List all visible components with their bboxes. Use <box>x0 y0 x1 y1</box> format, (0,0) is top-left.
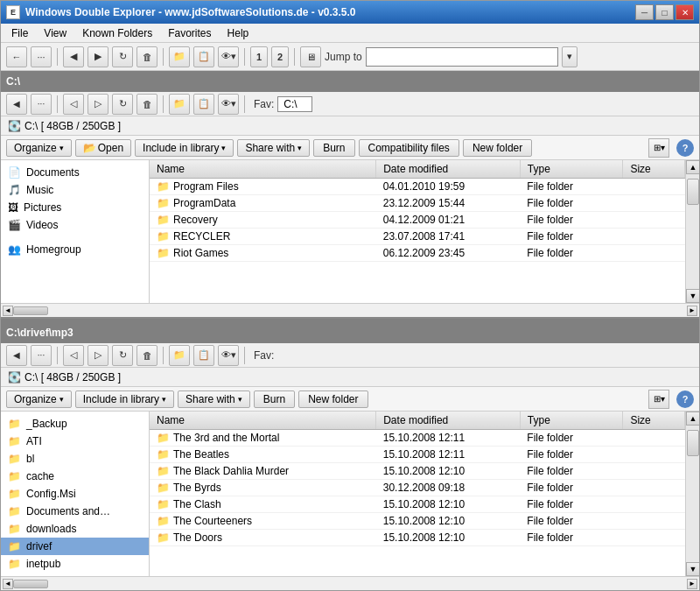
p2-new-folder-btn[interactable]: New folder <box>298 390 368 408</box>
p2-organize-btn[interactable]: Organize ▾ <box>6 390 72 408</box>
p2-fwd[interactable]: ▷ <box>88 345 108 366</box>
p2-scroll-thumb[interactable] <box>687 430 699 456</box>
delete-button[interactable]: 🗑 <box>136 46 158 67</box>
menu-favorites[interactable]: Favorites <box>161 25 218 41</box>
p2-hscroll-thumb[interactable] <box>13 580 48 588</box>
p1-copy[interactable]: 📋 <box>193 94 214 115</box>
p1-col-type[interactable]: Type <box>520 160 623 179</box>
table-row[interactable]: 📁Riot Games 06.12.2009 23:45 File folder <box>150 245 685 262</box>
menu-known-folders[interactable]: Known Folders <box>75 25 159 41</box>
scroll-thumb[interactable] <box>687 179 699 205</box>
table-row[interactable]: 📁The Black Dahlia Murder 15.10.2008 12:1… <box>150 463 685 480</box>
p2-scroll-down[interactable]: ▼ <box>686 562 699 576</box>
p2-hscroll-left[interactable]: ◄ <box>3 579 13 589</box>
p2-copy[interactable]: 📋 <box>193 345 214 366</box>
dots-button[interactable]: ··· <box>31 46 52 67</box>
p2-include-library-btn[interactable]: Include in library ▾ <box>75 390 174 408</box>
panel2-button[interactable]: 2 <box>271 46 289 67</box>
refresh-button[interactable]: ↻ <box>112 46 133 67</box>
back-button[interactable]: ← <box>6 46 27 67</box>
table-row[interactable]: 📁ProgramData 23.12.2009 15:44 File folde… <box>150 195 685 212</box>
list-item[interactable]: 🎬 Videos <box>1 216 149 234</box>
menu-file[interactable]: File <box>4 25 35 41</box>
p2-dots[interactable]: ··· <box>31 345 52 366</box>
list-item[interactable]: 📁 cache <box>1 468 149 485</box>
p1-share-btn[interactable]: Share with ▾ <box>237 139 310 157</box>
nav-back-button[interactable]: ◀ <box>63 46 84 67</box>
p2-scroll-up[interactable]: ▲ <box>686 412 699 426</box>
p2-help-btn[interactable]: ? <box>676 390 694 408</box>
table-row[interactable]: 📁Program Files 04.01.2010 19:59 File fol… <box>150 179 685 195</box>
close-button[interactable]: ✕ <box>676 4 694 20</box>
p1-delete[interactable]: 🗑 <box>136 94 158 115</box>
table-row[interactable]: 📁Recovery 04.12.2009 01:21 File folder <box>150 212 685 229</box>
p1-view[interactable]: 👁▾ <box>218 94 239 115</box>
table-row[interactable]: 📁The Doors 15.10.2008 12:10 File folder <box>150 530 685 546</box>
minimize-button[interactable]: ─ <box>635 4 654 20</box>
p2-col-date[interactable]: Date modified <box>376 412 521 430</box>
menu-view[interactable]: View <box>37 25 74 41</box>
p1-organize-btn[interactable]: Organize ▾ <box>6 139 72 157</box>
p2-view-toggle[interactable]: ⊞▾ <box>648 390 669 409</box>
p2-view[interactable]: 👁▾ <box>218 345 239 366</box>
jump-input[interactable] <box>366 47 558 67</box>
p1-nav-back[interactable]: ◀ <box>6 94 27 115</box>
p2-folder[interactable]: 📁 <box>169 345 190 366</box>
nav-forward-button[interactable]: ▶ <box>88 46 108 67</box>
p2-col-size[interactable]: Size <box>623 412 685 430</box>
list-item[interactable]: 📁 _Backup <box>1 415 149 433</box>
scroll-up-arrow[interactable]: ▲ <box>686 160 699 174</box>
table-row[interactable]: 📁The Courteeners 15.10.2008 12:10 File f… <box>150 513 685 530</box>
p1-burn-btn[interactable]: Burn <box>313 139 354 157</box>
table-row[interactable]: 📁RECYCLER 23.07.2008 17:41 File folder <box>150 229 685 245</box>
list-item[interactable]: 🎵 Music <box>1 181 149 199</box>
list-item[interactable]: 📁 Config.Msi <box>1 485 149 503</box>
list-item[interactable]: 📁 downloads <box>1 520 149 538</box>
list-item[interactable]: 📄 Documents <box>1 164 149 181</box>
p2-share-btn[interactable]: Share with ▾ <box>178 390 250 408</box>
p1-fav-box[interactable]: C:\ <box>277 96 312 112</box>
list-item[interactable]: 📁 Documents and… <box>1 503 149 520</box>
p1-dots[interactable]: ··· <box>31 94 52 115</box>
p1-open-btn[interactable]: 📂 Open <box>75 139 131 157</box>
p2-col-name[interactable]: Name <box>150 412 376 430</box>
p2-back[interactable]: ◁ <box>63 345 84 366</box>
list-item[interactable]: 👥 Homegroup <box>1 241 149 258</box>
table-row[interactable]: 📁The Clash 15.10.2008 12:10 File folder <box>150 496 685 513</box>
p2-refresh[interactable]: ↻ <box>112 345 133 366</box>
p1-refresh[interactable]: ↻ <box>112 94 133 115</box>
p1-fwd[interactable]: ▷ <box>88 94 108 115</box>
p1-compatibility-btn[interactable]: Compatibility files <box>359 139 459 157</box>
p2-delete[interactable]: 🗑 <box>136 345 158 366</box>
p1-include-library-btn[interactable]: Include in library ▾ <box>135 139 234 157</box>
panel2-scrollbar[interactable]: ▲ ▼ <box>685 412 699 576</box>
p1-col-size[interactable]: Size <box>623 160 685 179</box>
table-row[interactable]: 📁The 3rd and the Mortal 15.10.2008 12:11… <box>150 430 685 447</box>
list-item[interactable]: 📁 ATI <box>1 433 149 450</box>
p1-help-btn[interactable]: ? <box>676 139 694 157</box>
table-row[interactable]: 📁The Byrds 30.12.2008 09:18 File folder <box>150 480 685 496</box>
folder-button[interactable]: 📁 <box>169 46 190 67</box>
list-item[interactable]: 🖼 Pictures <box>1 199 149 216</box>
p2-col-type[interactable]: Type <box>520 412 623 430</box>
list-item[interactable]: 📁 inetpub <box>1 555 149 573</box>
panel1-hscroll[interactable]: ◄ ► <box>1 303 699 317</box>
maximize-button[interactable]: □ <box>655 4 674 20</box>
p1-view-toggle[interactable]: ⊞▾ <box>648 138 669 158</box>
p2-hscroll-right[interactable]: ► <box>687 579 697 589</box>
p1-folder[interactable]: 📁 <box>169 94 190 115</box>
panel2-hscroll[interactable]: ◄ ► <box>1 576 699 590</box>
list-item[interactable]: 📁 drivef <box>1 538 149 555</box>
p2-burn-btn[interactable]: Burn <box>254 390 295 408</box>
hscroll-right[interactable]: ► <box>687 306 697 316</box>
jump-dropdown[interactable]: ▾ <box>562 46 578 67</box>
list-item[interactable]: 📁 bl <box>1 450 149 468</box>
p1-col-date[interactable]: Date modified <box>376 160 521 179</box>
p2-nav-back[interactable]: ◀ <box>6 345 27 366</box>
copy-button[interactable]: 📋 <box>193 46 214 67</box>
scroll-down-arrow[interactable]: ▼ <box>686 289 699 303</box>
hscroll-thumb[interactable] <box>13 306 48 315</box>
p1-new-folder-btn[interactable]: New folder <box>463 139 532 157</box>
monitor-button[interactable]: 🖥 <box>300 46 321 67</box>
p1-col-name[interactable]: Name <box>150 160 376 179</box>
